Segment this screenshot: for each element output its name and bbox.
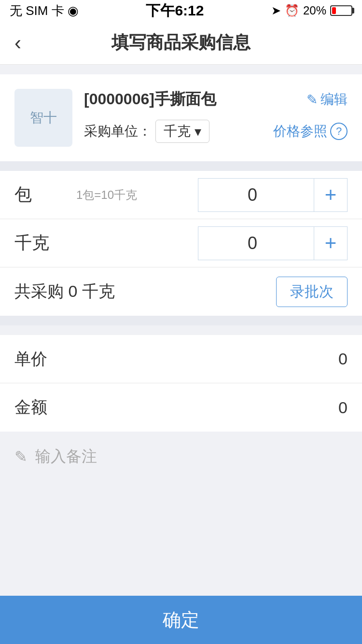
price-ref-link[interactable]: 价格参照 ? [273, 122, 348, 140]
kg-row: 千克 + [0, 219, 362, 267]
status-left: 无 SIM 卡 ◉ [10, 2, 79, 19]
battery-icon [330, 5, 352, 16]
summary-row: 共采购 0 千克 录批次 [0, 267, 362, 316]
note-placeholder: 输入备注 [35, 446, 97, 467]
product-info: [0000006]手撕面包 ✎ 编辑 采购单位： 千克 ▾ 价格参照 ? [84, 89, 348, 143]
status-right: ➤ ⏰ 20% [271, 4, 352, 17]
sim-text: 无 SIM 卡 ◉ [10, 2, 79, 19]
product-name-row: [0000006]手撕面包 ✎ 编辑 [84, 89, 348, 110]
amount-label: 金额 [14, 396, 47, 419]
edit-icon: ✎ [306, 92, 318, 108]
quantity-section: 包 1包=10千克 + 千克 + [0, 171, 362, 267]
edit-label: 编辑 [320, 90, 348, 109]
status-time: 下午6:12 [146, 1, 204, 21]
bag-quantity-input[interactable] [198, 178, 314, 212]
note-section[interactable]: ✎ 输入备注 [0, 432, 362, 482]
unit-select[interactable]: 千克 ▾ [155, 120, 209, 143]
back-button[interactable]: ‹ [14, 31, 21, 55]
edit-link[interactable]: ✎ 编辑 [306, 90, 348, 109]
alarm-icon: ⏰ [285, 4, 299, 17]
kg-input-right: + [72, 226, 348, 260]
bag-plus-button[interactable]: + [314, 178, 348, 212]
product-thumbnail: 智十 [14, 89, 72, 147]
battery-text: 20% [303, 4, 326, 17]
kg-label: 千克 [14, 231, 72, 255]
nav-bar: ‹ 填写商品采购信息 [0, 21, 362, 65]
bag-sublabel: 1包=10千克 [76, 187, 137, 203]
chevron-down-icon: ▾ [195, 124, 201, 140]
unit-price-row: 单价 0 [0, 335, 362, 383]
kg-quantity-input[interactable] [198, 226, 314, 260]
unit-value: 千克 [164, 122, 191, 140]
unit-price-value: 0 [338, 350, 348, 368]
divider-2 [0, 316, 362, 325]
product-name: [0000006]手撕面包 [84, 89, 216, 110]
price-ref-label: 价格参照 [273, 122, 327, 140]
unit-label: 采购单位： [84, 122, 152, 140]
amount-value: 0 [338, 398, 348, 417]
kg-plus-button[interactable]: + [314, 226, 348, 260]
bag-label: 包 [14, 183, 72, 207]
status-bar: 无 SIM 卡 ◉ 下午6:12 ➤ ⏰ 20% [0, 0, 362, 21]
price-section: 单价 0 金额 0 [0, 335, 362, 432]
pencil-icon: ✎ [14, 448, 28, 466]
info-icon: ? [330, 123, 348, 140]
unit-price-label: 单价 [14, 348, 47, 370]
confirm-button[interactable]: 确定 [0, 596, 362, 644]
product-card: 智十 [0000006]手撕面包 ✎ 编辑 采购单位： 千克 ▾ [0, 74, 362, 161]
location-icon: ➤ [271, 4, 281, 17]
page-title: 填写商品采购信息 [111, 31, 251, 55]
amount-row: 金额 0 [0, 383, 362, 432]
batch-button[interactable]: 录批次 [276, 277, 348, 307]
divider-1 [0, 161, 362, 171]
bag-input-right: + [137, 178, 348, 212]
unit-row: 采购单位： 千克 ▾ 价格参照 ? [84, 120, 348, 143]
summary-text: 共采购 0 千克 [14, 280, 115, 303]
bag-row: 包 1包=10千克 + [0, 171, 362, 219]
